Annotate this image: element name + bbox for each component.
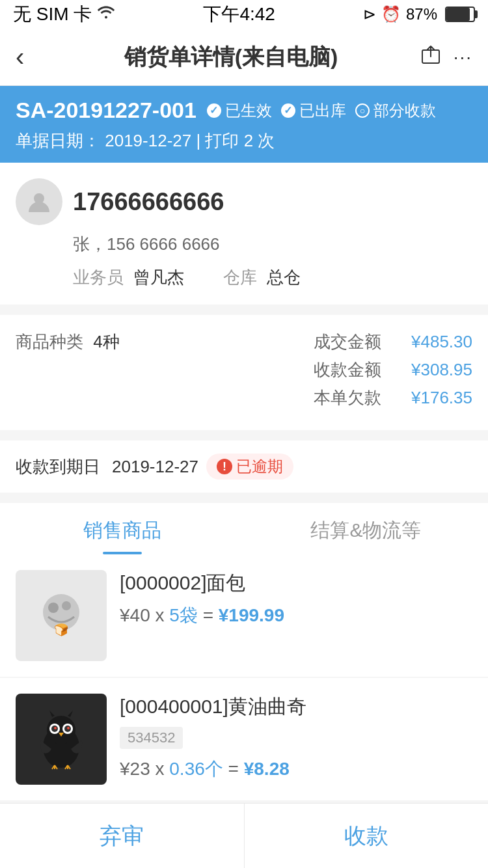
tabs-bar: 销售商品 结算&物流等 bbox=[0, 503, 488, 554]
order-header-banner: SA-20191227-001 ✓ 已生效 ✓ 已出库 ○ 部分收款 单据日期：… bbox=[0, 86, 488, 163]
wifi-icon bbox=[97, 5, 115, 23]
avatar bbox=[16, 178, 62, 225]
page-title: 销货单详情(来自电脑) bbox=[55, 42, 407, 72]
overdue-icon: ! bbox=[217, 459, 232, 474]
back-button[interactable]: ‹ bbox=[16, 42, 55, 72]
badge-effective: ✓ 已生效 bbox=[207, 100, 272, 121]
cancel-button[interactable]: 弃审 bbox=[0, 804, 245, 868]
warehouse-field: 仓库 总仓 bbox=[223, 266, 301, 289]
status-right: ⊳ ⏰ 87% bbox=[363, 5, 475, 23]
bottom-action-bar: 弃审 收款 bbox=[0, 803, 488, 868]
clock-icon: ○ bbox=[355, 103, 370, 118]
financial-stats: 成交金额 ¥485.30 收款金额 ¥308.95 本单欠款 ¥176.35 bbox=[314, 331, 472, 414]
status-left: 无 SIM 卡 bbox=[13, 2, 115, 27]
salesperson-field: 业务员 曾凡杰 bbox=[73, 266, 184, 289]
more-button[interactable]: ··· bbox=[454, 47, 472, 68]
svg-point-4 bbox=[62, 601, 71, 610]
product-thumbnail: 🍞 bbox=[16, 570, 107, 661]
confirm-button[interactable]: 收款 bbox=[245, 804, 489, 868]
badge-partial: ○ 部分收款 bbox=[355, 100, 436, 121]
product-item: [000400001]黄油曲奇 534532 ¥23 x 0.36个 = ¥8.… bbox=[0, 678, 488, 800]
product-details: [000400001]黄油曲奇 534532 ¥23 x 0.36个 = ¥8.… bbox=[120, 694, 472, 781]
check-icon-2: ✓ bbox=[281, 103, 295, 118]
tab-settlement-logistics[interactable]: 结算&物流等 bbox=[244, 503, 488, 554]
tab-divider bbox=[0, 493, 488, 503]
status-bar: 无 SIM 卡 下午4:42 ⊳ ⏰ 87% bbox=[0, 0, 488, 29]
check-icon: ✓ bbox=[207, 103, 221, 118]
share-button[interactable] bbox=[421, 45, 441, 70]
product-details: [0000002]面包 ¥40 x 5袋 = ¥199.99 bbox=[120, 570, 472, 628]
badge-shipped: ✓ 已出库 bbox=[281, 100, 346, 121]
product-price: ¥23 x 0.36个 = ¥8.28 bbox=[120, 757, 472, 781]
svg-text:🍞: 🍞 bbox=[54, 623, 69, 637]
product-thumbnail bbox=[16, 694, 107, 785]
svg-point-12 bbox=[54, 727, 57, 729]
tab-sales-products[interactable]: 销售商品 bbox=[0, 503, 244, 554]
due-date-section: 收款到期日 2019-12-27 ! 已逾期 bbox=[0, 441, 488, 493]
time-display: 下午4:42 bbox=[203, 2, 275, 27]
alarm-icon: ⏰ bbox=[381, 5, 401, 23]
nav-actions: ··· bbox=[407, 45, 472, 70]
overdue-badge: ! 已逾期 bbox=[206, 454, 293, 480]
product-name: [000400001]黄油曲奇 bbox=[120, 694, 472, 720]
status-badges: ✓ 已生效 ✓ 已出库 ○ 部分收款 bbox=[207, 100, 436, 121]
svg-point-3 bbox=[48, 603, 59, 613]
stats-section: 商品种类 4种 成交金额 ¥485.30 收款金额 ¥308.95 本单欠款 ¥… bbox=[0, 315, 488, 430]
nav-bar: ‹ 销货单详情(来自电脑) ··· bbox=[0, 29, 488, 86]
battery-percentage: 87% bbox=[406, 5, 437, 23]
customer-meta: 业务员 曾凡杰 仓库 总仓 bbox=[16, 266, 472, 289]
product-kind: 商品种类 4种 bbox=[16, 331, 120, 414]
deal-amount-row: 成交金额 ¥485.30 bbox=[314, 331, 472, 353]
battery-icon bbox=[445, 7, 475, 22]
product-name: [0000002]面包 bbox=[120, 570, 472, 597]
carrier-text: 无 SIM 卡 bbox=[13, 2, 92, 27]
customer-id: 17666666666 bbox=[73, 188, 224, 216]
order-status-row: SA-20191227-001 ✓ 已生效 ✓ 已出库 ○ 部分收款 bbox=[16, 98, 472, 123]
product-tag: 534532 bbox=[120, 727, 183, 749]
customer-section: 17666666666 张，156 6666 6666 业务员 曾凡杰 仓库 总… bbox=[0, 163, 488, 305]
debt-amount-row: 本单欠款 ¥176.35 bbox=[314, 387, 472, 409]
product-price: ¥40 x 5袋 = ¥199.99 bbox=[120, 603, 472, 628]
order-id: SA-20191227-001 bbox=[16, 98, 197, 123]
customer-id-row: 17666666666 bbox=[16, 178, 472, 225]
receipt-amount-row: 收款金额 ¥308.95 bbox=[314, 359, 472, 381]
location-icon: ⊳ bbox=[363, 5, 376, 23]
order-date-row: 单据日期： 2019-12-27 | 打印 2 次 bbox=[16, 129, 472, 152]
product-item: 🍞 [0000002]面包 ¥40 x 5袋 = ¥199.99 bbox=[0, 554, 488, 677]
customer-name: 张，156 6666 6666 bbox=[16, 233, 472, 256]
svg-point-13 bbox=[67, 727, 70, 729]
